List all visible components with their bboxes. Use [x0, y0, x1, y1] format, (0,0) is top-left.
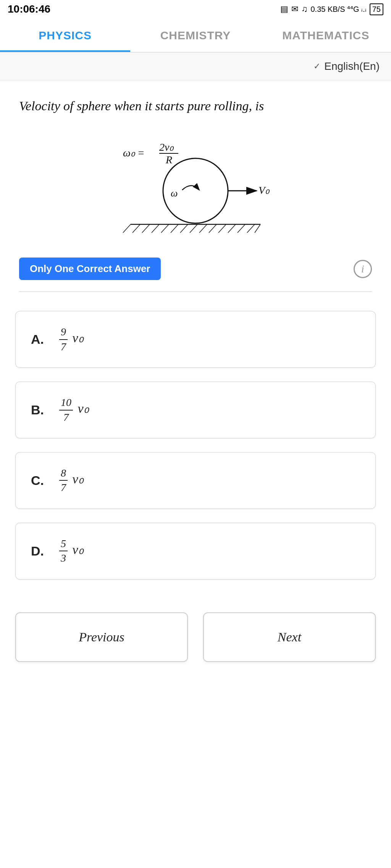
language-bar: ✓ English(En) — [0, 53, 391, 81]
tab-chemistry[interactable]: CHEMISTRY — [130, 18, 260, 52]
previous-button[interactable]: Previous — [15, 612, 188, 662]
svg-line-19 — [218, 224, 226, 233]
option-c-variable: v₀ — [73, 472, 84, 486]
svg-line-14 — [171, 224, 178, 233]
option-c-fraction: 8 7 — [59, 466, 68, 495]
svg-line-23 — [255, 224, 260, 233]
navigation-buttons: Previous Next — [0, 593, 391, 685]
language-label: English(En) — [324, 60, 380, 72]
language-selector[interactable]: ✓ English(En) — [313, 60, 380, 72]
options-area: A. 9 7 v₀ B. 10 7 v₀ C. 8 7 v₀ — [0, 311, 391, 579]
divider — [19, 291, 372, 292]
tab-mathematics[interactable]: MATHEMATICS — [261, 18, 391, 52]
status-icons: ▤ ✉ ♫ 0.35 KB/S ⁴⁴G ᵢ.ᵢ 75 — [280, 3, 383, 15]
chevron-down-icon: ✓ — [313, 61, 320, 71]
tab-physics[interactable]: PHYSICS — [0, 18, 130, 52]
option-b-label: B. — [31, 403, 46, 417]
svg-line-22 — [247, 224, 255, 233]
status-bar: 10:06:46 ▤ ✉ ♫ 0.35 KB/S ⁴⁴G ᵢ.ᵢ 75 — [0, 0, 391, 18]
music-icon: ♫ — [301, 4, 308, 14]
option-a-fraction: 9 7 — [59, 325, 68, 354]
option-b[interactable]: B. 10 7 v₀ — [15, 382, 376, 438]
option-d-fraction: 5 3 — [59, 537, 68, 565]
svg-line-21 — [238, 224, 245, 233]
svg-line-13 — [161, 224, 169, 233]
answer-type-badge: Only One Correct Answer — [19, 258, 161, 280]
option-b-numerator: 10 — [59, 396, 73, 410]
option-c-label: C. — [31, 473, 46, 488]
svg-line-15 — [180, 224, 188, 233]
next-button[interactable]: Next — [203, 612, 376, 662]
status-time: 10:06:46 — [8, 3, 50, 15]
svg-text:R: R — [165, 154, 172, 166]
svg-line-20 — [228, 224, 236, 233]
option-b-denominator: 7 — [62, 411, 70, 424]
option-c[interactable]: C. 8 7 v₀ — [15, 452, 376, 509]
svg-line-9 — [123, 224, 131, 233]
svg-line-17 — [199, 224, 207, 233]
option-d-variable: v₀ — [73, 543, 84, 557]
svg-line-12 — [152, 224, 159, 233]
option-a-denominator: 7 — [59, 340, 68, 354]
option-a-variable: v₀ — [73, 331, 84, 345]
option-b-variable: v₀ — [78, 401, 89, 415]
option-c-denominator: 7 — [59, 481, 68, 494]
option-a-label: A. — [31, 332, 46, 347]
signal-icons: 0.35 KB/S ⁴⁴G ᵢ.ᵢ — [310, 5, 366, 14]
diagram-container: ω₀ = 2v₀ R ω V₀ — [19, 132, 372, 238]
option-b-math: 10 7 v₀ — [58, 396, 89, 424]
answer-type-row: Only One Correct Answer i — [19, 258, 372, 280]
option-c-math: 8 7 v₀ — [58, 466, 84, 495]
subject-tabs: PHYSICS CHEMISTRY MATHEMATICS — [0, 18, 391, 53]
svg-text:ω: ω — [171, 188, 178, 199]
svg-text:V₀: V₀ — [259, 184, 270, 196]
info-icon[interactable]: i — [354, 260, 372, 278]
option-d-math: 5 3 v₀ — [58, 537, 84, 565]
svg-text:2v₀: 2v₀ — [159, 141, 174, 153]
option-a[interactable]: A. 9 7 v₀ — [15, 311, 376, 368]
battery-icon: 75 — [370, 3, 383, 15]
option-d-numerator: 5 — [59, 537, 68, 551]
option-a-math: 9 7 v₀ — [58, 325, 84, 354]
mail-icon: ✉ — [291, 4, 298, 14]
svg-text:ω₀ =: ω₀ = — [123, 147, 145, 159]
svg-line-11 — [142, 224, 150, 233]
option-d-label: D. — [31, 544, 46, 559]
option-d-denominator: 3 — [59, 551, 68, 565]
question-text: Velocity of sphere when it starts pure r… — [19, 96, 372, 116]
option-a-numerator: 9 — [59, 325, 68, 340]
svg-line-16 — [190, 224, 197, 233]
question-area: Velocity of sphere when it starts pure r… — [0, 81, 391, 311]
physics-diagram: ω₀ = 2v₀ R ω V₀ — [100, 132, 291, 238]
option-d[interactable]: D. 5 3 v₀ — [15, 523, 376, 580]
option-c-numerator: 8 — [59, 466, 68, 481]
notification-icon: ▤ — [280, 4, 288, 14]
svg-line-10 — [132, 224, 140, 233]
option-b-fraction: 10 7 — [59, 396, 73, 424]
svg-line-18 — [209, 224, 217, 233]
